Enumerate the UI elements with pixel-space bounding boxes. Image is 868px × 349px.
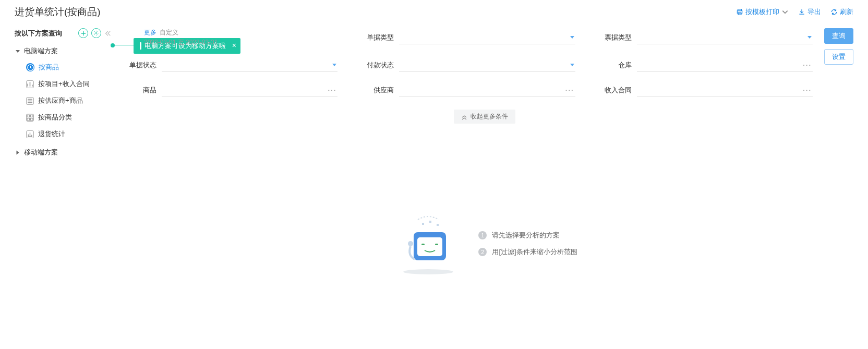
- sidebar: 按以下方案查询 电脑方案可设为移动: [0, 28, 116, 166]
- page-title: 进货单统计(按商品): [15, 5, 101, 19]
- sidebar-item-label: 按供应商+商品: [38, 96, 83, 105]
- gear-icon: [93, 30, 99, 36]
- tree-group-pc[interactable]: 电脑端方案: [15, 43, 112, 59]
- header-actions: 按模板打印 导出 刷新: [736, 7, 853, 17]
- chevron-down-icon: [807, 36, 812, 39]
- filter-label-product: 商品: [116, 86, 162, 95]
- add-plan-button[interactable]: [78, 28, 88, 38]
- svg-rect-16: [429, 221, 431, 223]
- filter-label-invoice-type: 票据类型: [591, 33, 637, 42]
- filter-label-doc-status: 单据状态: [116, 61, 162, 70]
- filter-grid: 更多 自定义 2023-03-01 至 2023-03-31 单据类型 票据类型: [116, 28, 813, 97]
- print-label: 按模板打印: [745, 7, 779, 17]
- sidebar-item-by-product-category[interactable]: 按商品分类: [26, 109, 112, 126]
- filter-label-income-contract: 收入合同: [591, 86, 637, 95]
- chevron-down-icon: [570, 36, 574, 39]
- robot-illustration-icon: [392, 212, 465, 275]
- settings-button[interactable]: 设置: [824, 49, 853, 65]
- date-quick-links: 更多 自定义: [144, 28, 178, 37]
- sidebar-item-return-stats[interactable]: 退货统计: [26, 126, 112, 142]
- svg-rect-12: [421, 244, 425, 245]
- ellipsis-icon: ···: [803, 61, 812, 69]
- doc-status-select[interactable]: [162, 58, 337, 72]
- sidebar-item-label: 按商品分类: [38, 113, 72, 122]
- filter-label-pay-status: 付款状态: [353, 61, 399, 70]
- svg-rect-6: [31, 115, 33, 117]
- supplier-picker[interactable]: ···: [399, 83, 575, 97]
- empty-state: 1 请先选择要分析的方案 2 用[过滤]条件来缩小分析范围: [116, 212, 853, 275]
- collapse-sidebar-button[interactable]: [104, 30, 112, 37]
- printer-icon: [736, 8, 743, 16]
- refresh-label: 刷新: [840, 7, 853, 17]
- refresh-button[interactable]: 刷新: [830, 7, 853, 17]
- export-icon: [798, 8, 805, 16]
- sidebar-item-by-supplier-product[interactable]: 按供应商+商品: [26, 92, 112, 109]
- bar-chart-icon: [26, 130, 34, 138]
- filter-label-supplier: 供应商: [353, 86, 399, 95]
- svg-rect-8: [31, 118, 33, 120]
- print-by-template-button[interactable]: 按模板打印: [736, 7, 789, 17]
- svg-point-3: [95, 32, 97, 34]
- chevron-down-icon: [332, 64, 336, 66]
- filter-label-doc-type: 单据类型: [353, 33, 399, 42]
- tree-group-pc-label: 电脑端方案: [24, 46, 58, 56]
- sidebar-item-label: 按项目+收入合同: [38, 79, 90, 89]
- product-picker[interactable]: ···: [162, 83, 337, 97]
- svg-point-9: [403, 269, 453, 274]
- pay-status-select[interactable]: [399, 58, 575, 72]
- grid-icon: [26, 114, 34, 122]
- svg-rect-7: [27, 118, 29, 120]
- step-number-badge: 2: [478, 248, 487, 256]
- collapse-filters-button[interactable]: 收起更多条件: [454, 110, 515, 124]
- tree-group-mobile[interactable]: 移动端方案: [15, 145, 112, 160]
- export-button[interactable]: 导出: [798, 7, 821, 17]
- guide-step-1: 1 请先选择要分析的方案: [478, 231, 577, 240]
- income-contract-picker[interactable]: ···: [637, 83, 813, 97]
- chevron-down-icon: [781, 8, 789, 16]
- sidebar-title: 按以下方案查询: [15, 29, 62, 38]
- step-text: 用[过滤]条件来缩小分析范围: [492, 247, 577, 257]
- ellipsis-icon: ···: [803, 86, 812, 94]
- double-chevron-left-icon: [104, 30, 112, 37]
- invoice-type-select[interactable]: [637, 31, 813, 44]
- export-label: 导出: [807, 7, 821, 17]
- chart-icon: [26, 80, 34, 88]
- settings-plan-button[interactable]: [91, 28, 101, 38]
- svg-rect-15: [422, 223, 424, 225]
- chevron-right-icon: [17, 150, 19, 154]
- step-number-badge: 1: [478, 231, 487, 239]
- guide-step-2: 2 用[过滤]条件来缩小分析范围: [478, 247, 577, 257]
- svg-rect-5: [27, 115, 29, 117]
- clock-icon: [27, 64, 34, 71]
- collapse-label: 收起更多条件: [471, 112, 508, 121]
- ellipsis-icon: ···: [565, 86, 574, 94]
- custom-link[interactable]: 自定义: [160, 28, 178, 37]
- svg-rect-11: [417, 237, 442, 256]
- sidebar-item-by-product[interactable]: 按商品: [26, 59, 112, 76]
- tree-group-mobile-label: 移动端方案: [24, 148, 58, 157]
- warehouse-picker[interactable]: ···: [637, 58, 813, 72]
- sidebar-item-label: 退货统计: [38, 129, 65, 139]
- date-range-text: 2023-03-01 至 2023-03-31: [144, 38, 218, 47]
- doc-type-select[interactable]: [399, 31, 575, 44]
- step-text: 请先选择要分析的方案: [492, 231, 560, 240]
- chevron-down-icon: [16, 50, 20, 53]
- chevron-down-icon: [570, 64, 574, 66]
- double-chevron-up-icon: [461, 114, 467, 120]
- query-button[interactable]: 查询: [824, 28, 853, 44]
- filter-label-warehouse: 仓库: [591, 61, 637, 70]
- refresh-icon: [830, 8, 838, 16]
- plus-icon: [81, 31, 86, 36]
- more-link[interactable]: 更多: [144, 28, 156, 37]
- sidebar-item-by-project-contract[interactable]: 按项目+收入合同: [26, 76, 112, 92]
- svg-rect-13: [435, 244, 438, 245]
- ellipsis-icon: ···: [328, 86, 336, 94]
- list-icon: [26, 97, 34, 105]
- sidebar-item-label: 按商品: [39, 63, 59, 72]
- svg-point-14: [408, 241, 413, 246]
- svg-rect-17: [437, 224, 439, 226]
